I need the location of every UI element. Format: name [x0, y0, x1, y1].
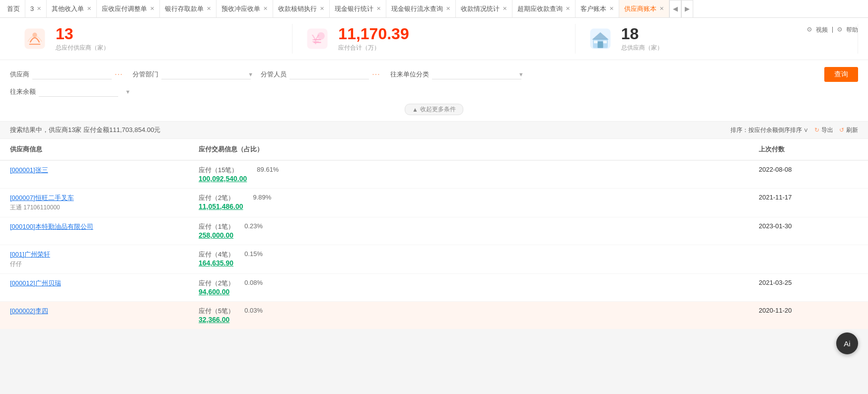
- amount-icon: ¥: [302, 24, 332, 54]
- last-payment-date: 2021-11-17: [759, 194, 792, 201]
- collapse-label: 收起更多条件: [420, 105, 456, 114]
- close-tab-3[interactable]: ✕: [37, 5, 41, 12]
- video-link[interactable]: 视频: [816, 26, 828, 34]
- trans-type: 应付（2笔）: [199, 279, 234, 288]
- export-button[interactable]: ↻ 导出: [814, 126, 833, 134]
- close-cash-bank-stat[interactable]: ✕: [376, 5, 381, 12]
- close-overdue-ar[interactable]: ✕: [566, 5, 570, 12]
- last-payment-date: 2022-08-08: [759, 166, 792, 173]
- data-table-container: 供应商信息 应付交易信息（占比） 上次付数 [000001]张三 应付（15笔）…: [0, 139, 868, 329]
- nav-tab-home[interactable]: 首页: [2, 0, 25, 18]
- nav-tab-other-income[interactable]: 其他收入单 ✕: [47, 0, 97, 18]
- balance-input[interactable]: [42, 88, 125, 95]
- category-input[interactable]: [435, 70, 518, 78]
- query-button[interactable]: 查询: [824, 67, 858, 82]
- help-link[interactable]: 帮助: [846, 26, 858, 34]
- svg-rect-10: [603, 41, 606, 44]
- trans-amount[interactable]: 32,366.00: [199, 316, 234, 324]
- total-suppliers-number: 18: [621, 26, 663, 42]
- data-table: 供应商信息 应付交易信息（占比） 上次付数 [000001]张三 应付（15笔）…: [0, 139, 868, 329]
- supplier-dots-btn[interactable]: ···: [115, 70, 123, 79]
- sort-arrow[interactable]: ∨: [803, 127, 808, 133]
- col-header-supplier: 供应商信息: [10, 145, 199, 154]
- supplier-info-cell: [000002]李四: [10, 307, 199, 316]
- nav-tab-overdue-ar[interactable]: 超期应收款查询 ✕: [512, 0, 576, 18]
- category-dropdown-arrow: ▼: [518, 71, 524, 77]
- supplier-link[interactable]: [000100]本特勤油品有限公司: [10, 223, 93, 230]
- payable-total-number: 11,170.39: [338, 26, 409, 42]
- circle-icon: ⊙: [807, 26, 812, 34]
- supplier-input[interactable]: [32, 69, 112, 79]
- close-ar-ap-adjust[interactable]: ✕: [150, 5, 154, 12]
- person-input[interactable]: [289, 69, 369, 79]
- close-cash-bank-query[interactable]: ✕: [446, 5, 450, 12]
- supplier-link[interactable]: [000007]恒旺二手叉车: [10, 194, 74, 201]
- close-other-income[interactable]: ✕: [87, 5, 91, 12]
- last-payment-cell: 2021-11-17: [759, 194, 858, 201]
- supplier-contact: 王通 17106110000: [10, 203, 199, 212]
- transaction-cell: 应付（1笔） 258,000.00 0.23%: [199, 222, 759, 239]
- table-row: [000002]李四 应付（5笔） 32,366.00 0.03% 2020-1…: [0, 302, 868, 329]
- total-suppliers-label: 总供应商（家）: [621, 44, 663, 52]
- person-dots-btn[interactable]: ···: [372, 70, 380, 79]
- trans-amount[interactable]: 11,051,486.00: [199, 202, 243, 210]
- nav-left-arrow[interactable]: ◀: [669, 0, 681, 18]
- nav-right-arrow[interactable]: ▶: [681, 0, 693, 18]
- nav-tab-bank-deposit[interactable]: 银行存取款单 ✕: [160, 0, 217, 18]
- export-icon: ↻: [814, 127, 819, 133]
- trans-amount[interactable]: 94,600.00: [199, 288, 234, 296]
- supplier-link[interactable]: [001]广州荣轩: [10, 251, 50, 258]
- trans-amount[interactable]: 164,635.90: [199, 259, 234, 267]
- dept-input[interactable]: [164, 70, 248, 78]
- trans-percent: 0.23%: [244, 222, 263, 230]
- separator: |: [832, 26, 833, 34]
- sort-label: 排序：按应付余额倒序排序 ∨: [730, 126, 808, 134]
- nav-tab-cash-bank-stat[interactable]: 现金银行统计 ✕: [330, 0, 386, 18]
- payable-suppliers-label: 总应付供应商（家）: [56, 44, 109, 52]
- svg-rect-0: [24, 28, 45, 49]
- payable-suppliers-number: 13: [56, 26, 109, 42]
- transaction-cell: 应付（4笔） 164,635.90 0.15%: [199, 250, 759, 267]
- dept-dropdown-arrow: ▼: [248, 71, 253, 77]
- trans-percent: 89.61%: [257, 166, 279, 173]
- supplier-info-cell: [001]广州荣轩 仔仔: [10, 250, 199, 268]
- refresh-button[interactable]: ↺ 刷新: [839, 126, 858, 134]
- supplier-link[interactable]: [000002]李四: [10, 307, 48, 315]
- nav-tab-receipt-exec[interactable]: 收款核销执行 ✕: [273, 0, 330, 18]
- filter-area: 供应商 ··· 分管部门 ▼ 分管人员 ··· 往来单位分类 ▼ 查询: [0, 60, 868, 122]
- nav-tab-prepay-ar[interactable]: 预收冲应收单 ✕: [217, 0, 273, 18]
- close-receipt-stat[interactable]: ✕: [503, 5, 507, 12]
- close-prepay-ar[interactable]: ✕: [263, 5, 268, 12]
- nav-tab-supplier-ledger[interactable]: 供应商账本 ✕: [619, 0, 669, 18]
- nav-tab-receipt-stat[interactable]: 收款情况统计 ✕: [456, 0, 512, 18]
- filter-row-2: 往来余额 ▼: [10, 87, 858, 97]
- trans-amount[interactable]: 258,000.00: [199, 231, 234, 239]
- refresh-icon: ↺: [839, 127, 844, 133]
- balance-dropdown-arrow: ▼: [125, 89, 131, 95]
- last-payment-cell: 2023-01-30: [759, 222, 858, 230]
- category-label: 往来单位分类: [390, 70, 429, 79]
- trans-type: 应付（4笔）: [199, 250, 234, 259]
- trans-percent: 0.03%: [244, 307, 263, 314]
- supplier-link[interactable]: [000001]张三: [10, 166, 48, 174]
- close-bank-deposit[interactable]: ✕: [207, 5, 211, 12]
- nav-tab-cash-bank-query[interactable]: 现金银行流水查询 ✕: [386, 0, 456, 18]
- close-receipt-exec[interactable]: ✕: [320, 5, 324, 12]
- payable-total-label: 应付合计（万）: [338, 44, 409, 52]
- nav-tab-ar-ap-adjust[interactable]: 应收应付调整单 ✕: [97, 0, 160, 18]
- result-bar: 搜索结果中，供应商13家 应付金额111,703,854.00元 排序：按应付余…: [0, 122, 868, 139]
- supplier-link[interactable]: [000012]广州贝瑞: [10, 279, 61, 287]
- last-payment-cell: 2021-03-25: [759, 279, 858, 286]
- collapse-button[interactable]: ▲ 收起更多条件: [405, 104, 463, 115]
- svg-rect-9: [594, 41, 597, 44]
- close-customer-ledger[interactable]: ✕: [609, 5, 614, 12]
- nav-tab-customer-ledger[interactable]: 客户账本 ✕: [576, 0, 619, 18]
- nav-tab-3[interactable]: 3 ✕: [25, 0, 47, 18]
- dept-select[interactable]: ▼: [161, 69, 251, 79]
- trans-amount[interactable]: 100,092,540.00: [199, 175, 247, 183]
- balance-select[interactable]: ▼: [39, 87, 118, 97]
- person-label: 分管人员: [261, 70, 287, 79]
- result-actions: 排序：按应付余额倒序排序 ∨ ↻ 导出 ↺ 刷新: [730, 126, 858, 134]
- category-select[interactable]: ▼: [432, 69, 521, 79]
- close-supplier-ledger[interactable]: ✕: [659, 5, 664, 12]
